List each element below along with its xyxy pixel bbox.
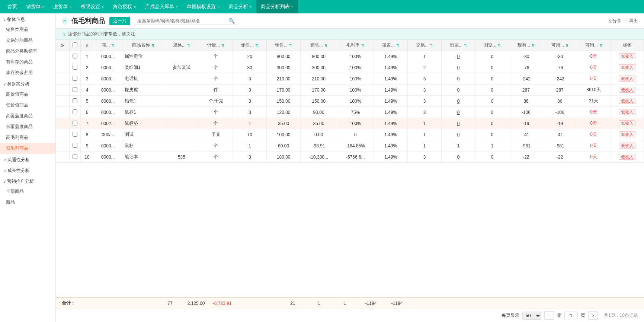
sidebar-item-销售类商品[interactable]: 销售类商品 xyxy=(0,24,55,35)
sidebar-item-低毛利商品[interactable]: 低毛利商品 xyxy=(0,143,55,154)
sidebar-item-高覆盖度商品[interactable]: 高覆盖度商品 xyxy=(0,111,55,121)
sidebar-item-新品[interactable]: 新品 xyxy=(0,197,55,208)
nav-close-icon[interactable]: × xyxy=(291,4,294,9)
row-select-checkbox[interactable] xyxy=(73,132,77,137)
date-filter-btn[interactable]: 近一月 xyxy=(109,17,130,25)
nav-close-icon[interactable]: × xyxy=(217,4,220,9)
view1-link[interactable]: 0 xyxy=(457,110,460,115)
row-select-checkbox[interactable] xyxy=(73,76,77,81)
page-size-select[interactable]: 50 100 200 xyxy=(522,312,541,320)
sidebar-group-类财富分析[interactable]: v类财富分析 xyxy=(0,78,55,89)
nav-item-权限设置[interactable]: 权限设置× xyxy=(76,0,108,13)
nav-item-销货单[interactable]: 销货单× xyxy=(22,0,49,13)
row-checkbox[interactable] xyxy=(69,152,80,163)
share-btn[interactable]: ⎘ 分享 xyxy=(609,18,621,24)
sidebar-item-商品分类助销率[interactable]: 商品分类助销率 xyxy=(0,46,55,57)
row-select-checkbox[interactable] xyxy=(73,109,77,114)
select-all-checkbox[interactable] xyxy=(73,42,77,47)
nav-item-角色授权[interactable]: 角色授权× xyxy=(108,0,140,13)
sidebar-item-低覆盖度商品[interactable]: 低覆盖度商品 xyxy=(0,121,55,132)
view1-link[interactable]: 0 xyxy=(457,76,460,82)
row-checkbox[interactable] xyxy=(69,107,80,118)
view1-link[interactable]: 0 xyxy=(457,54,460,59)
sort-name[interactable]: ⇅ xyxy=(151,43,154,47)
sort-unit[interactable]: ⇅ xyxy=(221,43,224,47)
row-checkbox[interactable] xyxy=(69,118,80,129)
row-checkbox[interactable] xyxy=(69,85,80,96)
nav-item-进货单[interactable]: 进货单× xyxy=(49,0,76,13)
row-view1[interactable]: 0 xyxy=(442,62,475,73)
view1-link[interactable]: 0 xyxy=(457,154,460,160)
sidebar-group-整体信息[interactable]: v整体信息 xyxy=(0,13,55,24)
sidebar-item-低价值商品[interactable]: 低价值商品 xyxy=(0,100,55,111)
sidebar-item-高价值商品[interactable]: 高价值商品 xyxy=(0,89,55,100)
row-select-checkbox[interactable] xyxy=(73,54,77,58)
row-view1[interactable]: 0 xyxy=(442,85,475,96)
row-select-checkbox[interactable] xyxy=(73,121,77,125)
view1-link[interactable]: 0 xyxy=(457,87,460,93)
row-view1[interactable]: 1 xyxy=(442,140,475,152)
export-btn[interactable]: ↑ 导出 xyxy=(626,18,638,24)
sidebar-collapse-btn[interactable]: « xyxy=(62,16,68,25)
nav-item-商品分析列表[interactable]: 商品分析列表× xyxy=(256,0,298,13)
sort-sales-price[interactable]: ⇅ xyxy=(289,43,292,47)
row-view1[interactable]: 0 xyxy=(442,152,475,163)
sort-saleable[interactable]: ⇅ xyxy=(599,43,602,47)
view1-link[interactable]: 0 xyxy=(457,121,460,126)
view1-link[interactable]: 0 xyxy=(457,99,460,104)
sort-sales-qty[interactable]: ⇅ xyxy=(255,43,258,47)
nav-item-单据模板设置[interactable]: 单据模板设置× xyxy=(182,0,224,13)
view1-link[interactable]: 0 xyxy=(457,132,460,137)
sort-usable[interactable]: ⇅ xyxy=(565,43,568,47)
sort-current[interactable]: ⇅ xyxy=(532,43,535,47)
sidebar-group-成长性分析[interactable]: >成长性分析 xyxy=(0,165,55,175)
row-checkbox[interactable] xyxy=(69,140,80,152)
sort-code[interactable]: ⇅ xyxy=(111,43,114,47)
nav-item-产成品入库单[interactable]: 产成品入库单× xyxy=(141,0,182,13)
settings-icon[interactable]: ⚙ xyxy=(60,43,64,48)
row-checkbox[interactable] xyxy=(69,62,80,73)
row-view1[interactable]: 0 xyxy=(442,51,475,62)
view1-link[interactable]: 1 xyxy=(457,143,460,149)
row-checkbox[interactable] xyxy=(69,96,80,107)
sort-view1[interactable]: ⇅ xyxy=(464,43,467,47)
nav-item-首页[interactable]: 首页 xyxy=(3,0,22,13)
sort-trade[interactable]: ⇅ xyxy=(430,43,433,47)
row-select-checkbox[interactable] xyxy=(73,87,77,92)
view1-link[interactable]: 0 xyxy=(457,65,460,70)
row-view1[interactable]: 0 xyxy=(442,73,475,85)
prev-page-btn[interactable]: ＜ xyxy=(544,311,554,320)
row-view1[interactable]: 0 xyxy=(442,129,475,140)
row-view1[interactable]: 0 xyxy=(442,96,475,107)
sort-gross[interactable]: ⇅ xyxy=(361,43,364,47)
sort-sales-amount[interactable]: ⇅ xyxy=(324,43,327,47)
next-page-btn[interactable]: ＞ xyxy=(588,311,598,320)
nav-close-icon[interactable]: × xyxy=(250,4,252,9)
sidebar-item-有库存的商品[interactable]: 有库存的商品 xyxy=(0,57,55,67)
row-view1[interactable]: 0 xyxy=(442,107,475,118)
nav-close-icon[interactable]: × xyxy=(69,4,71,9)
row-view1[interactable]: 0 xyxy=(442,118,475,129)
sort-cover[interactable]: ⇅ xyxy=(396,43,399,47)
page-number-input[interactable] xyxy=(564,312,578,319)
sidebar-item-全部商品[interactable]: 全部商品 xyxy=(0,186,55,197)
nav-close-icon[interactable]: × xyxy=(102,4,104,9)
nav-close-icon[interactable]: × xyxy=(134,4,136,9)
row-checkbox[interactable] xyxy=(69,73,80,85)
sort-spec[interactable]: ⇅ xyxy=(187,43,190,47)
sidebar-item-高毛利商品[interactable]: 高毛利商品 xyxy=(0,132,55,143)
search-icon[interactable]: 🔍 xyxy=(228,18,235,24)
row-checkbox[interactable] xyxy=(69,129,80,140)
row-select-checkbox[interactable] xyxy=(73,154,77,159)
nav-close-icon[interactable]: × xyxy=(176,4,178,9)
col-checkbox[interactable] xyxy=(69,40,80,51)
sidebar-group-流通性分析[interactable]: >流通性分析 xyxy=(0,154,55,165)
row-select-checkbox[interactable] xyxy=(73,65,77,70)
sort-view2[interactable]: ⇅ xyxy=(498,43,501,47)
search-input[interactable] xyxy=(137,18,228,23)
nav-close-icon[interactable]: × xyxy=(42,4,44,9)
row-select-checkbox[interactable] xyxy=(73,143,77,148)
row-select-checkbox[interactable] xyxy=(73,98,77,103)
nav-item-商品分析[interactable]: 商品分析× xyxy=(224,0,256,13)
sidebar-group-营销推广分析[interactable]: v营销推广分析 xyxy=(0,175,55,186)
